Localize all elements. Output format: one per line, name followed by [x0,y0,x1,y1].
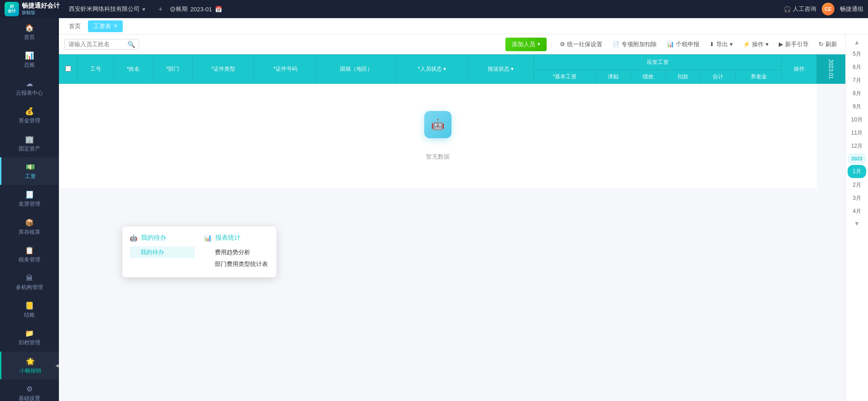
tax-icon: 📋 [25,246,34,255]
content-with-panel: 🔍 添加人员 ▾ | ⚙ 统一社保设置 📄 [59,34,868,401]
filter-icon[interactable]: ▾ [443,66,446,72]
sidebar-item-archive[interactable]: 📁 归档管理 [0,324,59,351]
sidebar-label-invoice: 发票管理 [19,201,40,207]
report-filter-icon[interactable]: ▾ [511,66,514,72]
todo-icon: 🤖 [130,234,137,242]
tab-salary-label: 工资表 [93,22,111,30]
sidebar-item-invoice[interactable]: 🧾 发票管理 [0,185,59,213]
sidebar-item-home[interactable]: 🏠 首页 [0,18,59,46]
sidebar-item-inventory[interactable]: 📦 库存核算 [0,213,59,241]
th-department: *部门 [153,55,192,84]
sidebar-label-settings: 基础设置 [19,395,40,401]
sidebar-label-salary: 工资 [25,173,36,179]
th-deductions: 扣款 [666,70,701,84]
popup-section1-title[interactable]: 🤖 我的待办 [130,234,195,242]
month-item-11[interactable]: 11月 [846,126,868,140]
month-item-6[interactable]: 6月 [846,61,868,74]
tab-close-icon[interactable]: ✕ [113,23,117,29]
popup-section2-label: 报表统计 [215,234,241,242]
report-stats-icon: 📊 [204,234,212,242]
main-content: 🔍 添加人员 ▾ | ⚙ 统一社保设置 📄 [59,34,845,401]
sidebar-item-settings[interactable]: ⚙ 基础设置 [0,379,59,401]
th-report-status: 报送状态 ▾ [467,55,534,84]
toolbar: 🔍 添加人员 ▾ | ⚙ 统一社保设置 📄 [59,34,845,54]
tab-home[interactable]: 首页 [63,20,86,32]
export-arrow-icon: ▾ [730,41,733,48]
month-nav-up[interactable]: ▲ [852,37,862,48]
help-button[interactable]: 🎧 人工咨询 [784,5,816,13]
th-period: 2023.01 [817,55,845,84]
export-icon: ⬇ [709,41,714,48]
period-label: 账期 [176,5,188,13]
sidebar-item-salary[interactable]: 💵 工资 [0,157,59,185]
add-person-button[interactable]: 添加人员 ▾ [505,38,547,51]
sidebar-item-ledger[interactable]: 📊 总账 [0,46,59,73]
popup-sub-item-todo[interactable]: 我的待办 [130,246,195,258]
month-item-10[interactable]: 10月 [846,113,868,126]
popup-col-1: 🤖 我的待办 我的待办 [130,234,195,270]
month-item-1[interactable]: 1月 [848,165,866,178]
popup-sub-item-dept-stats[interactable]: 部门费用类型统计表 [204,258,269,270]
month-item-9[interactable]: 9月 [846,100,868,113]
sidebar-label-archive: 归档管理 [19,339,40,346]
company-selector[interactable]: 西安虾米网络科技有限公司 ▾ [69,5,145,13]
tax-report-label: 个税申报 [676,40,699,48]
fund-icon: 💰 [25,107,34,116]
sidebar-item-cloud-reports[interactable]: ☁ 云报表中心 [0,74,59,101]
month-nav-down[interactable]: ▼ [852,218,862,229]
sidebar-label-closing: 结账 [24,312,35,318]
add-icon[interactable]: ＋ [157,5,164,14]
logo-icon: 好会计 [5,2,19,16]
search-input[interactable] [68,41,127,48]
top-bar: 好会计 畅捷通好会计 旗舰版 西安虾米网络科技有限公司 ▾ ＋ ⚙ 账期 202… [0,0,868,18]
tab-salary-table[interactable]: 工资表 ✕ [88,20,123,32]
guide-label: 新手引导 [785,40,809,48]
tax-report-icon: 📊 [667,41,674,48]
popup-sub-item-expense-trend[interactable]: 费用趋势分析 [204,246,269,258]
user-name[interactable]: 畅捷通组 [840,5,863,13]
popup-section2-title[interactable]: 📊 报表统计 [204,234,269,242]
month-item-12[interactable]: 12月 [846,140,868,153]
th-total: 合计 [701,70,736,84]
month-item-2[interactable]: 2月 [846,179,868,192]
settings-icon[interactable]: ⚙ [170,5,176,14]
dept-stats-label: 部门费用类型统计表 [215,261,268,267]
month-item-5[interactable]: 5月 [846,48,868,61]
sidebar-item-multi-org[interactable]: 🏛 多机构管理 [0,269,59,296]
period-value: 2023-01 [190,6,212,13]
guide-btn[interactable]: ▶ 新手引导 [776,39,811,50]
sidebar-item-fund[interactable]: 💰 资金管理 [0,101,59,129]
select-all-checkbox[interactable] [65,66,71,72]
tax-report-btn[interactable]: 📊 个税申报 [664,39,702,50]
tab-home-label: 首页 [69,22,81,30]
export-label: 导出 [716,40,728,48]
refresh-icon: ↻ [819,41,824,48]
month-item-7[interactable]: 7月 [846,74,868,87]
search-icon: 🔍 [127,41,135,48]
operations-btn[interactable]: ⚡ 操作 ▾ [740,39,771,50]
sidebar-label-home: 首页 [24,34,35,40]
month-item-4[interactable]: 4月 [846,205,868,218]
sidebar-item-tax[interactable]: 📋 税务管理 [0,241,59,268]
sidebar: 🏠 首页 📊 总账 ☁ 云报表中心 💰 资金管理 🏢 固定资产 💵 工资 [0,18,59,401]
special-deduction-btn[interactable]: 📄 专项附加扣除 [610,39,659,50]
invoice-icon: 🧾 [25,190,34,199]
social-insurance-btn[interactable]: ⚙ 统一社保设置 [557,39,605,50]
refresh-btn[interactable]: ↻ 刷新 [816,39,840,50]
sidebar-item-expense[interactable]: 🌟 小畅报销 ◀ [0,352,59,379]
th-base-salary: *基本工资 [534,70,596,84]
cloud-icon: ☁ [26,79,33,88]
guide-btn-icon: ▶ [779,41,783,48]
calendar-icon[interactable]: 📅 [215,6,222,13]
logo-area: 好会计 畅捷通好会计 旗舰版 [5,2,60,16]
month-item-8[interactable]: 8月 [846,87,868,100]
export-btn[interactable]: ⬇ 导出 ▾ [707,39,736,50]
operations-label: 操作 [752,40,764,48]
sidebar-item-closing[interactable]: 📒 结账 [0,296,59,324]
dropdown-arrow-icon: ▾ [538,41,540,47]
sidebar-item-fixed-assets[interactable]: 🏢 固定资产 [0,130,59,157]
top-right: 🎧 人工咨询 CE 畅捷通组 [784,3,863,15]
collapse-icon: ◀ [55,363,59,368]
th-operations: 操作 [782,55,817,84]
month-item-3[interactable]: 3月 [846,192,868,205]
